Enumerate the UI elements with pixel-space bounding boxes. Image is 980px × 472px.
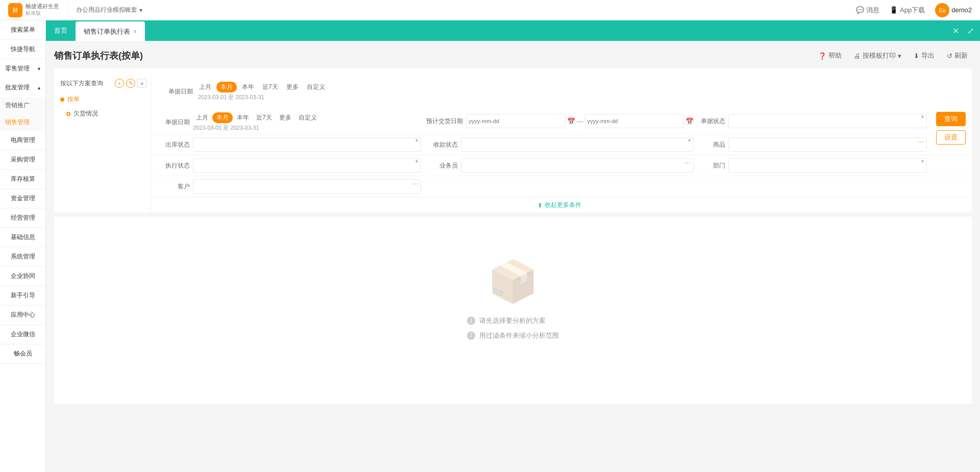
product-input[interactable] [728, 137, 927, 152]
empty-state: 📦 1 请先选择要分析的方案 2 用过滤条件来缩小分析范围 [54, 217, 972, 404]
avatar: Ea [935, 3, 949, 17]
logo-area: 好 畅捷通好生意 标准版 [8, 3, 59, 17]
date-tab-lastmonth[interactable]: 上月 [196, 82, 214, 92]
collapse-label: 收起更多条件 [545, 201, 581, 209]
date-tab-custom[interactable]: 自定义 [304, 82, 328, 92]
dtab-lastmonth[interactable]: 上月 [193, 112, 211, 123]
sidebar-item-wholesale[interactable]: 批发管理 ▴ [0, 78, 45, 97]
cal-icon-end[interactable]: 📅 [685, 117, 694, 125]
cal-icon-start[interactable]: 📅 [567, 117, 575, 125]
salesman-input[interactable] [461, 158, 693, 173]
wholesale-arrow-icon: ▴ [38, 85, 40, 90]
query-btn[interactable]: 查询 [936, 112, 966, 126]
print-btn[interactable]: 🖨 按模板打印 ▾ [850, 49, 905, 62]
receipt-status-select[interactable] [461, 137, 693, 152]
sidebar-item-apps[interactable]: 应用中心 [0, 305, 45, 325]
sidebar-item-enterprise[interactable]: 企业协同 [0, 267, 45, 286]
wholesale-sub-menu: 营销推广 销售管理 [0, 97, 45, 131]
dtab-custom[interactable]: 自定义 [296, 112, 320, 123]
expected-date-label: 预计交货日期 [425, 117, 466, 126]
filter-panel: 按以下方案查询 + ✎ « 按单 [54, 68, 972, 213]
dept-select[interactable] [728, 158, 927, 173]
single-date-label2: 单据日期 [157, 118, 193, 127]
tab-close-window-icon[interactable]: ✕ [950, 24, 961, 38]
date-tab-7days[interactable]: 近7天 [259, 82, 281, 92]
product-ellipsis-icon[interactable]: ··· [918, 137, 924, 146]
collapse-btn[interactable]: ⬆ 收起更多条件 [537, 201, 581, 209]
sidebar-item-retail[interactable]: 零售管理 ▾ [0, 59, 45, 78]
date-tab-more[interactable]: 更多 [283, 82, 302, 92]
exec-status-select[interactable] [193, 158, 421, 173]
customer-input[interactable] [193, 179, 421, 194]
print-icon: 🖨 [854, 52, 861, 60]
sidebar-item-system[interactable]: 系统管理 [0, 247, 45, 267]
export-label: 导出 [921, 51, 935, 60]
refresh-btn[interactable]: ↺ 刷新 [943, 49, 972, 62]
dtab-thismonth[interactable]: 本月 [212, 112, 233, 123]
scheme-sub-backorder[interactable]: 欠货情况 [54, 107, 151, 121]
logo-text: 畅捷通好生意 [26, 3, 59, 10]
tab-home[interactable]: 首页 [46, 20, 76, 41]
dtab-thisyear[interactable]: 本年 [234, 112, 252, 123]
edit-scheme-btn[interactable]: ✎ [126, 79, 135, 88]
expected-date-end[interactable] [585, 114, 684, 128]
dept-label: 部门 [698, 161, 728, 170]
customer-label: 客户 [157, 182, 193, 191]
sidebar-sub-marketing[interactable]: 营销推广 [0, 97, 45, 114]
salesman-cell: 业务员 ··· [423, 155, 695, 176]
sidebar-item-ecommerce[interactable]: 电商管理 [0, 131, 45, 150]
sidebar-item-search[interactable]: 搜索菜单 [0, 20, 45, 40]
tab-expand-icon[interactable]: ⤢ [965, 24, 976, 38]
logo-sub: 标准版 [26, 10, 59, 17]
industry-selector[interactable]: 办公用品行业模拟账套 ▾ [76, 6, 142, 14]
customer-ellipsis-icon[interactable]: ··· [412, 179, 419, 187]
sidebar-group-wholesale: 批发管理 ▴ 营销推广 销售管理 [0, 78, 45, 131]
tab-close-icon[interactable]: × [133, 28, 137, 35]
print-dropdown-icon: ▾ [898, 52, 901, 60]
single-status-select[interactable] [728, 114, 927, 128]
collapse-scheme-btn[interactable]: « [137, 79, 146, 88]
salesman-control: ··· [461, 158, 693, 173]
dtab-more[interactable]: 更多 [276, 112, 295, 123]
scheme-item-orders[interactable]: 按单 [54, 92, 151, 107]
expected-date-start[interactable] [466, 114, 565, 128]
export-btn[interactable]: ⬇ 导出 [910, 49, 939, 62]
dept-cell: 部门 ▾ [696, 155, 968, 176]
left-panel-header: 按以下方案查询 + ✎ « [54, 75, 151, 92]
app-download-action[interactable]: 📱 App下载 [890, 6, 925, 15]
content-area: 首页 销售订单执行表 × ✕ ⤢ 销售订单执行表(按单) ❓ 帮助 [46, 20, 980, 472]
scheme-backorder-label: 欠货情况 [74, 109, 98, 118]
sidebar-item-member[interactable]: 畅会员 [0, 344, 45, 364]
sidebar-item-base[interactable]: 基础信息 [0, 228, 45, 247]
sidebar-sub-sales[interactable]: 销售管理 [0, 114, 45, 131]
filter-rows: 单据日期 上月 本月 本年 近7天 更多 自定义 [151, 108, 972, 213]
sidebar-item-purchase[interactable]: 采购管理 [0, 150, 45, 170]
customer-cell: 客户 ··· [151, 176, 423, 197]
sidebar-item-operations[interactable]: 经营管理 [0, 208, 45, 228]
tab-active[interactable]: 销售订单执行表 × [76, 21, 145, 42]
logo-icon: 好 [8, 3, 22, 17]
date-range-text: 2023-03-01 至 2023-03-31 [196, 93, 964, 101]
sidebar-item-wechat[interactable]: 企业微信 [0, 325, 45, 344]
dtab-7days[interactable]: 近7天 [253, 112, 275, 123]
user-area[interactable]: Ea demo2 [935, 3, 972, 17]
expected-date-cell: 预计交货日期 📅 — 📅 [423, 110, 695, 132]
sidebar-item-quick-nav[interactable]: 快捷导航 [0, 40, 45, 59]
sidebar-item-guide[interactable]: 新手引导 [0, 286, 45, 305]
help-btn[interactable]: ❓ 帮助 [814, 49, 846, 62]
receipt-status-cell: 收款状态 ▾ [423, 134, 695, 155]
salesman-ellipsis-icon[interactable]: ··· [684, 158, 691, 167]
date-tab-thisyear[interactable]: 本年 [239, 82, 257, 92]
help-icon: ❓ [818, 52, 826, 60]
message-action[interactable]: 💬 消息 [856, 6, 879, 15]
add-scheme-btn[interactable]: + [115, 79, 124, 88]
sidebar-item-inventory[interactable]: 库存核算 [0, 170, 45, 189]
date-tab-thismonth[interactable]: 本月 [216, 82, 237, 92]
out-stock-select[interactable] [193, 137, 421, 152]
sidebar-item-finance[interactable]: 资金管理 [0, 189, 45, 208]
top-bar-left: 好 畅捷通好生意 标准版 办公用品行业模拟账套 ▾ [8, 3, 142, 17]
set-btn[interactable]: 设置 [936, 130, 966, 145]
collapse-footer: ⬆ 收起更多条件 [151, 197, 968, 213]
out-stock-control: ▾ [193, 137, 421, 152]
expected-date-inputs: 📅 — 📅 [466, 114, 693, 128]
